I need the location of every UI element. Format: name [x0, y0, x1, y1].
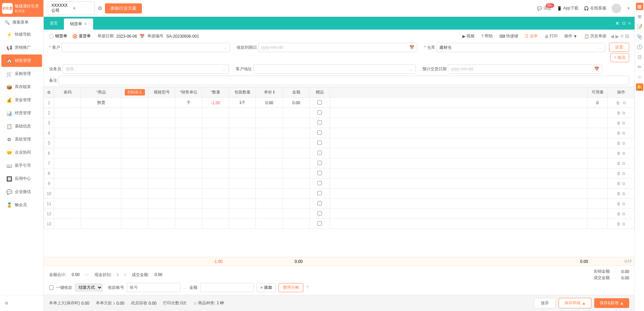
copy-icon[interactable]: ⧉	[622, 151, 625, 156]
copy-icon[interactable]: ⧉	[622, 181, 625, 186]
company-select[interactable]: XXXXXX公司 ▼	[48, 1, 95, 15]
delete-icon[interactable]: 🗑	[616, 101, 620, 105]
message-btn[interactable]: 💬 消息 99+	[537, 5, 552, 11]
tab-sales-order[interactable]: 销货单 ✕	[64, 18, 93, 30]
fee-split-btn[interactable]: 费用分摊	[278, 283, 303, 292]
sidebar-item-purchase[interactable]: 🛒 采购管理	[1, 68, 42, 80]
copy-icon[interactable]: ⧉	[622, 161, 625, 166]
tab-close-icon[interactable]: ✕	[84, 22, 87, 26]
copy-icon[interactable]: ⧉	[622, 201, 625, 206]
expected-date-input[interactable]: yyyy-mm-dd 📅	[448, 64, 602, 74]
scan-btn[interactable]: 扫码录入	[125, 89, 145, 95]
rt-pencil-icon[interactable]: ✏	[636, 63, 643, 71]
notes-input[interactable]	[59, 76, 629, 85]
customer-addr-input[interactable]: ...	[253, 64, 416, 74]
copy-icon[interactable]: ⧉	[622, 121, 625, 125]
customer-input[interactable]: ...	[62, 43, 230, 52]
action-choose[interactable]: ☰ 选单	[522, 32, 540, 40]
gift-checkbox[interactable]	[317, 110, 322, 115]
copy-icon[interactable]: ⧉	[622, 141, 625, 146]
nav-next-icon[interactable]: ▶	[615, 34, 619, 39]
sidebar-item-inventory[interactable]: 📦 库存核算	[1, 81, 42, 93]
delete-icon[interactable]: 🗑	[617, 211, 621, 216]
copy-icon[interactable]: ⧉	[622, 171, 625, 176]
gift-checkbox[interactable]	[317, 171, 322, 175]
gift-checkbox[interactable]	[317, 211, 322, 216]
sidebar-item-sales[interactable]: 🏠 销售管理	[1, 54, 42, 67]
col-scan[interactable]: 扫码录入	[121, 87, 148, 98]
one-click-pay-checkbox[interactable]	[49, 285, 53, 290]
delete-icon[interactable]: 🗑	[617, 111, 621, 115]
copy-icon[interactable]: ⧉	[622, 191, 625, 196]
close-window-icon[interactable]: ✕	[615, 20, 619, 27]
search-menu[interactable]: 🔍 搜索菜单	[0, 17, 43, 28]
user-menu-arrow[interactable]: ▼	[627, 6, 631, 11]
col-gear[interactable]: ⚙	[44, 87, 54, 98]
delete-icon[interactable]: 🗑	[617, 151, 621, 156]
action-print[interactable]: 🖨 打印	[542, 32, 560, 40]
online-service-btn[interactable]: 🎧 在线客服	[584, 5, 606, 11]
gift-checkbox[interactable]	[317, 100, 322, 105]
account-input[interactable]	[127, 283, 181, 292]
copy-icon[interactable]: ⧉	[622, 111, 625, 115]
rt-grid1-icon[interactable]: ▦	[636, 3, 643, 10]
debt-info-icon[interactable]: ℹ	[113, 301, 115, 306]
gift-checkbox[interactable]	[317, 130, 322, 135]
delete-icon[interactable]: 🗑	[617, 121, 621, 125]
save-new-btn[interactable]: 保存&新增 ▲	[594, 298, 629, 308]
tab-home[interactable]: 首页	[44, 18, 64, 29]
rt-star-icon[interactable]: ☆	[636, 73, 643, 81]
delete-icon[interactable]: 🗑	[617, 141, 621, 146]
row-barcode[interactable]	[54, 98, 81, 108]
rt-notes-icon[interactable]: 📝	[636, 23, 643, 30]
action-video[interactable]: ▶ 视频	[460, 32, 477, 40]
sidebar-item-collab[interactable]: 🤝 企业协同	[1, 146, 42, 159]
row-amount[interactable]: 0.00	[283, 98, 310, 108]
app-download-btn[interactable]: 📱 App下载	[557, 5, 578, 11]
save-draft-btn[interactable]: 保存草稿 ▲	[559, 298, 592, 308]
gift-checkbox[interactable]	[317, 141, 322, 145]
warehouse-input[interactable]: 建材仓 ...	[437, 43, 605, 52]
rt-filter-icon[interactable]: ⊡	[636, 53, 643, 61]
copy-icon[interactable]: ⧉	[622, 211, 625, 216]
expand-icon[interactable]: ⊡	[622, 21, 626, 26]
grid-mode-icon[interactable]: ⊞	[625, 33, 629, 39]
sidebar-item-basic[interactable]: 📋 基础信息	[1, 120, 42, 132]
delete-icon[interactable]: 🗑	[617, 222, 621, 226]
gift-checkbox[interactable]	[317, 221, 322, 226]
copy-icon[interactable]: ⧉	[622, 222, 625, 226]
copy-icon[interactable]: ⧉	[623, 101, 626, 105]
sidebar-item-system[interactable]: ⚙ 系统管理	[1, 133, 42, 146]
due-date-input[interactable]: yyyy-mm-dd 📅	[258, 43, 418, 52]
payment-amount-input[interactable]	[200, 283, 254, 292]
gift-checkbox[interactable]	[317, 201, 322, 205]
sidebar-item-guide[interactable]: 📖 新手引导	[1, 159, 42, 172]
gift-checkbox[interactable]	[317, 161, 322, 165]
rt-grid2-icon[interactable]: ⊞	[636, 13, 643, 20]
rt-alert-icon[interactable]: 🔔	[636, 83, 643, 91]
delete-icon[interactable]: 🗑	[617, 201, 621, 206]
sidebar-item-quick-nav[interactable]: ⚡ 快捷导航	[1, 28, 42, 41]
delete-icon[interactable]: 🗑	[617, 131, 621, 135]
gift-checkbox[interactable]	[317, 191, 322, 195]
rt-history-icon[interactable]: 🕐	[636, 43, 643, 50]
row-pkg-qty[interactable]: 1个	[229, 98, 256, 108]
delete-icon[interactable]: 🗑	[617, 181, 621, 186]
delete-icon[interactable]: 🗑	[617, 161, 621, 166]
action-operate[interactable]: 操作 ▼	[562, 32, 580, 40]
sidebar-item-business[interactable]: 📊 经营管理	[1, 107, 42, 119]
sidebar-item-appstore[interactable]: 🔲 应用中心	[1, 172, 42, 185]
gift-checkbox[interactable]	[317, 151, 322, 155]
gift-checkbox[interactable]	[317, 120, 322, 125]
list-view-icon[interactable]: ≡	[628, 21, 631, 26]
row-price[interactable]: 0.00	[256, 98, 283, 108]
gift-checkbox[interactable]	[317, 181, 322, 185]
gear-settings-icon[interactable]: ⚙	[98, 5, 102, 11]
row-qty[interactable]: -1.00	[202, 98, 229, 108]
delete-icon[interactable]: 🗑	[617, 191, 621, 196]
sidebar-item-finance[interactable]: 💰 资金管理	[1, 94, 42, 106]
sidebar-item-member[interactable]: 🏅 畅会员	[1, 199, 42, 211]
product-types-icon[interactable]: ⊙	[193, 301, 197, 306]
row-gift[interactable]	[310, 98, 330, 108]
settlement-method-select[interactable]: 结算方式	[75, 283, 103, 291]
